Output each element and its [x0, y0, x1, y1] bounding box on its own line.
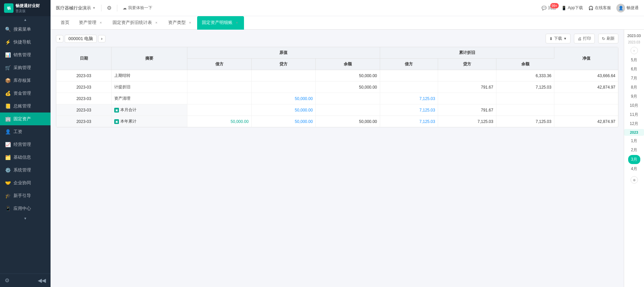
sidebar-item-label: 销售管理 [13, 52, 31, 58]
timeline-month-3[interactable]: 3月 [628, 155, 640, 164]
timeline-month-4[interactable]: 4月 [624, 164, 644, 173]
topbar-right: 💬 消息 99+ 📱 App下载 🎧 在线客服 👤 畅捷通 [542, 4, 639, 12]
sidebar-item-inventory[interactable]: 📦 库存核算 [0, 74, 51, 87]
sidebar-item-sales[interactable]: 📊 销售管理 [0, 49, 51, 61]
sidebar-item-purchase[interactable]: 🛒 采购管理 [0, 61, 51, 74]
tab-home[interactable]: 首页 [56, 16, 74, 30]
settings-icon[interactable]: ⚙ [5, 277, 9, 284]
timeline-month-6[interactable]: 6月 [624, 65, 644, 74]
timeline-month-5[interactable]: 5月 [624, 56, 644, 65]
payroll-icon: 👤 [5, 129, 11, 135]
messages-button[interactable]: 💬 消息 99+ [542, 5, 556, 11]
sidebar-item-label: 工资 [13, 129, 22, 135]
td-ov-debit [187, 104, 252, 116]
tab-assettype-close[interactable]: × [188, 20, 192, 25]
tab-depreciation-close[interactable]: × [154, 20, 159, 25]
timeline-month-2[interactable]: 2月 [624, 146, 644, 155]
td-net-value [554, 104, 618, 116]
tab-assetdetail-close[interactable]: × [235, 20, 239, 25]
th-acc-credit: 贷方 [438, 59, 496, 70]
timeline-month-7[interactable]: 7月 [624, 74, 644, 83]
nav-next-button[interactable]: › [98, 35, 105, 42]
sidebar: 畅 畅捷通好业财 普及版 ▲ 🔍 搜索菜单 ⚡ 快捷导航 📊 销售管理 🛒 采购… [0, 0, 51, 287]
company-selector[interactable]: 医疗器械行业演示 ▼ [56, 5, 96, 11]
td-acc-debit [380, 82, 438, 93]
td-ov-balance: 50,000.00 [316, 116, 380, 127]
tab-assettype[interactable]: 资产类型 × [163, 16, 197, 30]
th-ov-balance: 余额 [316, 59, 380, 70]
refresh-button[interactable]: ↻ 刷新 [598, 34, 618, 43]
avatar: 👤 [616, 4, 625, 12]
customer-service-icon: 🎧 [588, 6, 593, 10]
sidebar-item-quicknav[interactable]: ⚡ 快捷导航 [0, 36, 51, 49]
app-logo: 畅 [4, 3, 13, 13]
sidebar-item-basicinfo[interactable]: 🗂️ 基础信息 [0, 151, 51, 164]
tab-assetmanage-close[interactable]: × [98, 20, 103, 25]
sidebar-item-fixedassets[interactable]: 🏢 固定资产 [0, 113, 51, 125]
timeline-month-1[interactable]: 1月 [624, 136, 644, 146]
th-net-value: 净值 [554, 47, 618, 70]
timeline-expand-btn[interactable]: › [631, 47, 638, 54]
td-acc-debit [380, 70, 438, 82]
sidebar-item-payroll[interactable]: 👤 工资 [0, 125, 51, 138]
table-row: 2023-03上期结转50,000.006,333.3643,666.64 [56, 70, 618, 82]
company-dropdown-icon: ▼ [92, 6, 96, 10]
topbar-divider2 [117, 5, 117, 11]
sidebar-item-ledger[interactable]: 📒 总账管理 [0, 100, 51, 113]
sidebar-item-funds[interactable]: 💰 资金管理 [0, 87, 51, 100]
th-accumulated-depreciation: 累计折旧 [380, 47, 554, 59]
timeline-header1: 2023.03 [624, 32, 644, 39]
td-ov-balance [316, 93, 380, 104]
tab-assetmanage[interactable]: 资产管理 × [74, 16, 108, 30]
td-net-value: 42,874.97 [554, 82, 618, 93]
download-button[interactable]: ⬇ 下载 ▼ [546, 34, 571, 43]
app-title-block: 畅捷通好业财 普及版 [16, 3, 40, 13]
sidebar-item-search[interactable]: 🔍 搜索菜单 [0, 23, 51, 36]
company-settings-icon[interactable]: ⚙ [107, 5, 112, 11]
timeline-month-9[interactable]: 9月 [624, 92, 644, 101]
sidebar-item-label: 搜索菜单 [13, 26, 31, 32]
toolbar-row: ‹ 000001 电脑 › ⬇ 下载 ▼ 🖨 [56, 34, 618, 43]
td-summary: ▣本月合计 [112, 104, 187, 116]
timeline-month-8[interactable]: 8月 [624, 83, 644, 92]
topbar: 医疗器械行业演示 ▼ ⚙ ☁ 我要体验一下 💬 消息 99+ 📱 App下载 🎧… [51, 0, 644, 16]
quicknav-icon: ⚡ [5, 39, 11, 45]
tab-assetdetail[interactable]: 固定资产明细账 × [197, 16, 244, 30]
table-row: 2023-03资产清理50,000.007,125.03 [56, 93, 618, 104]
experience-button[interactable]: ☁ 我要体验一下 [123, 5, 152, 11]
main-panel: ‹ 000001 电脑 › ⬇ 下载 ▼ 🖨 [51, 30, 624, 287]
timeline-expand-btn-bottom[interactable]: ⊕ [631, 176, 638, 184]
th-summary: 摘要 [112, 47, 187, 70]
sidebar-scroll-up[interactable]: ▲ [0, 16, 51, 23]
refresh-icon: ↻ [602, 36, 605, 41]
tab-depreciation[interactable]: 固定资产折旧统计表 × [108, 16, 163, 30]
td-acc-credit: 791.67 [438, 104, 496, 116]
td-acc-debit: 7,125.03 [380, 104, 438, 116]
sidebar-scroll-down[interactable]: ▼ [0, 215, 51, 222]
app-download-button[interactable]: 📱 App下载 [561, 5, 583, 11]
sidebar-item-bizmanage[interactable]: 📈 经营管理 [0, 138, 51, 151]
td-acc-credit: 791.67 [438, 82, 496, 93]
td-date: 2023-03 [56, 104, 112, 116]
collapse-icon[interactable]: ◀◀ [38, 277, 46, 284]
nav-prev-button[interactable]: ‹ [56, 35, 63, 42]
user-avatar-button[interactable]: 👤 畅捷通 [616, 4, 639, 12]
td-ov-debit: 50,000.00 [187, 116, 252, 127]
sidebar-item-collab[interactable]: 🤝 企业协同 [0, 177, 51, 189]
print-button[interactable]: 🖨 打印 [574, 34, 595, 43]
timeline-month-10[interactable]: 10月 [624, 101, 644, 110]
summary-icon: ▣ [114, 108, 119, 113]
sidebar-item-sysmanage[interactable]: ⚙️ 系统管理 [0, 164, 51, 177]
sidebar-item-guide[interactable]: 🎓 新手引导 [0, 189, 51, 202]
messages-badge: 99+ [550, 3, 559, 8]
td-ov-debit [187, 70, 252, 82]
td-ov-balance [316, 104, 380, 116]
td-acc-credit [438, 93, 496, 104]
timeline-month-11[interactable]: 11月 [624, 110, 644, 119]
customer-service-button[interactable]: 🎧 在线客服 [588, 5, 611, 11]
timeline-month-12[interactable]: 12月 [624, 119, 644, 128]
sidebar-item-label: 快捷导航 [13, 39, 31, 45]
content-area: ‹ 000001 电脑 › ⬇ 下载 ▼ 🖨 [51, 30, 644, 287]
tab-assettype-label: 资产类型 [168, 20, 186, 26]
sidebar-item-appcenter[interactable]: 📱 应用中心 [0, 202, 51, 215]
